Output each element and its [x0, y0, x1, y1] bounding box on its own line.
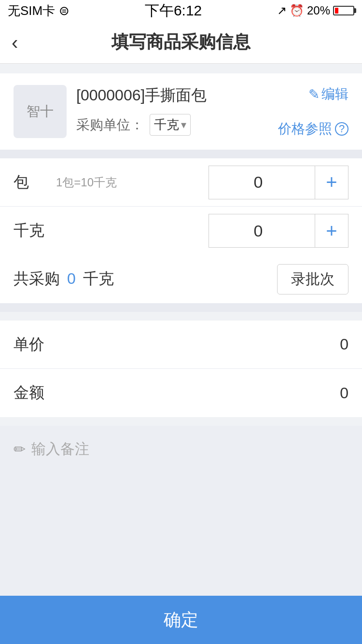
kg-qty-box: + — [209, 214, 348, 248]
bag-plus-button[interactable]: + — [315, 166, 348, 199]
battery-icon — [333, 6, 354, 15]
kg-label: 千克 — [14, 220, 52, 241]
pencil-icon: ✏ — [14, 441, 26, 458]
time-display: 下午6:12 — [145, 1, 202, 21]
bag-label: 包 — [14, 172, 52, 193]
status-bar: 无SIM卡 ⊜ 下午6:12 ↗ ⏰ 20% — [0, 0, 362, 21]
status-right: ↗ ⏰ 20% — [277, 4, 354, 17]
confirm-label: 确定 — [164, 608, 198, 632]
help-icon: ? — [335, 122, 348, 136]
unit-price-label: 单价 — [14, 334, 52, 355]
nav-bar: ‹ 填写商品采购信息 — [0, 21, 362, 64]
kg-plus-button[interactable]: + — [315, 214, 348, 248]
location-icon: ↗ — [277, 4, 287, 17]
purchase-unit-label: 采购单位： — [76, 116, 144, 134]
notes-section[interactable]: ✏ 输入备注 — [0, 426, 362, 473]
batch-button[interactable]: 录批次 — [277, 264, 348, 294]
bag-qty-box: + — [209, 166, 348, 199]
product-name: [0000006]手撕面包 — [76, 85, 348, 106]
price-ref-label: 价格参照 — [278, 120, 332, 138]
battery-percent: 20% — [307, 4, 330, 17]
status-left: 无SIM卡 ⊜ — [8, 2, 70, 19]
alarm-icon: ⏰ — [290, 4, 304, 17]
input-section: 包 1包=10千克 + 千克 + — [0, 158, 362, 255]
bag-qty-input[interactable] — [209, 166, 315, 199]
edit-label: 编辑 — [321, 85, 348, 103]
carrier-text: 无SIM卡 — [8, 2, 55, 19]
section-divider-1 — [0, 150, 362, 158]
page-title: 填写商品采购信息 — [111, 30, 251, 54]
amount-row: 金额 0 — [0, 369, 362, 417]
bag-input-row: 包 1包=10千克 + — [0, 158, 362, 207]
unit-dropdown[interactable]: 千克 ▾ — [150, 114, 191, 136]
summary-prefix: 共采购 — [14, 270, 60, 287]
amount-label: 金额 — [14, 382, 52, 404]
summary-section: 共采购 0 千克 录批次 — [0, 255, 362, 303]
bag-sub-label: 1包=10千克 — [56, 175, 117, 190]
product-logo: 智十 — [27, 102, 54, 121]
price-ref-button[interactable]: 价格参照 ? — [278, 120, 348, 138]
unit-value: 千克 — [154, 116, 179, 133]
product-card: 智十 [0000006]手撕面包 采购单位： 千克 ▾ ✎ 编辑 价格参照 ? — [0, 73, 362, 150]
summary-amount: 0 — [67, 270, 76, 287]
kg-input-row: 千克 + — [0, 207, 362, 255]
product-image: 智十 — [14, 85, 67, 138]
summary-text: 共采购 0 千克 — [14, 268, 114, 290]
unit-price-value: 0 — [340, 336, 348, 353]
section-divider-2 — [0, 303, 362, 312]
bottom-space — [0, 473, 362, 598]
wifi-icon: ⊜ — [59, 3, 70, 18]
unit-price-row: 单价 0 — [0, 321, 362, 369]
back-button[interactable]: ‹ — [12, 33, 18, 52]
notes-placeholder: 输入备注 — [31, 439, 89, 459]
chevron-down-icon: ▾ — [181, 119, 186, 131]
kg-qty-input[interactable] — [209, 214, 315, 248]
edit-button[interactable]: ✎ 编辑 — [308, 85, 348, 103]
confirm-button[interactable]: 确定 — [0, 596, 362, 644]
amount-value: 0 — [340, 384, 348, 402]
price-info-section: 单价 0 金额 0 — [0, 321, 362, 417]
summary-unit: 千克 — [83, 270, 114, 287]
edit-icon: ✎ — [308, 86, 320, 102]
